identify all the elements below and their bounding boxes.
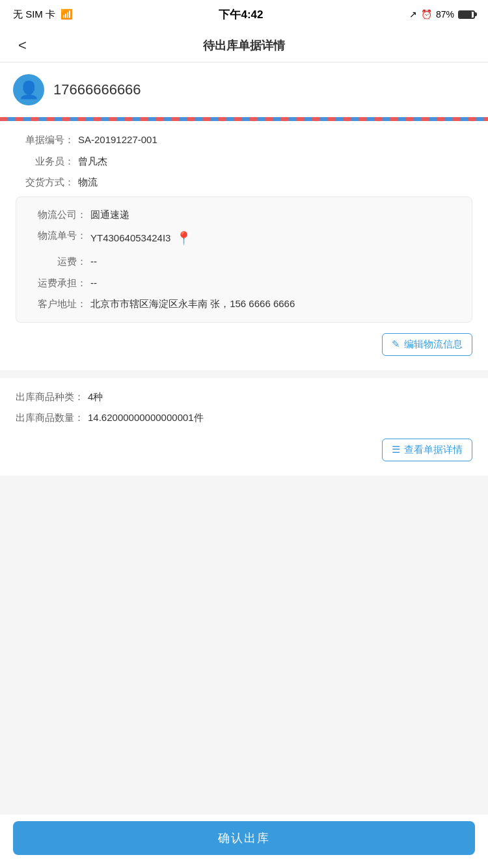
outbound-info-section: 出库商品种类： 4种 出库商品数量： 14.62000000000000001件… — [0, 378, 488, 476]
section-gap-2 — [0, 476, 488, 593]
edit-logistics-button[interactable]: ✎ 编辑物流信息 — [382, 333, 472, 356]
delivery-method-row: 交货方式： 物流 — [16, 175, 472, 190]
address-value: 北京市市辖区海淀区永丰南 张，156 6666 6666 — [90, 297, 460, 312]
delivery-method-label: 交货方式： — [16, 175, 74, 190]
avatar: 👤 — [13, 74, 44, 105]
outbound-type-row: 出库商品种类： 4种 — [16, 390, 472, 405]
edit-icon: ✎ — [392, 338, 400, 350]
tracking-number: YT43064053424I3 — [90, 231, 170, 246]
sales-person-value: 曾凡杰 — [78, 154, 472, 169]
status-bar: 无 SIM 卡 📶 下午4:42 ↗ ⏰ 87% — [0, 0, 488, 29]
freight-bear-value: -- — [90, 276, 460, 291]
view-detail-button[interactable]: ☰ 查看单据详情 — [382, 439, 472, 461]
address-row: 客户地址： 北京市市辖区海淀区永丰南 张，156 6666 6666 — [28, 297, 460, 312]
view-detail-label: 查看单据详情 — [404, 444, 463, 456]
location-status-icon: ↗ — [409, 9, 417, 20]
status-right: ↗ ⏰ 87% — [409, 9, 475, 20]
battery-fill — [459, 12, 472, 18]
view-detail-icon: ☰ — [392, 444, 400, 455]
freight-bear-row: 运费承担： -- — [28, 276, 460, 291]
outbound-quantity-label: 出库商品数量： — [16, 411, 84, 426]
delivery-method-value: 物流 — [78, 175, 472, 190]
tracking-label: 物流单号： — [28, 228, 87, 243]
freight-bear-label: 运费承担： — [28, 276, 87, 291]
tracking-value-row: YT43064053424I3 📍 — [90, 228, 460, 248]
logistics-company-label: 物流公司： — [28, 208, 87, 223]
battery-icon — [458, 10, 475, 19]
outbound-quantity-value: 14.62000000000000001件 — [88, 411, 472, 426]
page-wrapper: 无 SIM 卡 📶 下午4:42 ↗ ⏰ 87% < 待出库单据详情 👤 176… — [0, 0, 488, 868]
outbound-type-label: 出库商品种类： — [16, 390, 84, 405]
nav-bar: < 待出库单据详情 — [0, 29, 488, 62]
freight-row: 运费： -- — [28, 254, 460, 269]
outbound-type-value: 4种 — [88, 390, 472, 405]
tracking-row: 物流单号： YT43064053424I3 📍 — [28, 228, 460, 248]
confirm-outbound-button[interactable]: 确认出库 — [13, 821, 475, 855]
view-btn-row: ☰ 查看单据详情 — [16, 432, 472, 464]
section-gap-1 — [0, 370, 488, 378]
customer-phone: 17666666666 — [53, 81, 141, 98]
page-title: 待出库单据详情 — [203, 38, 285, 53]
doc-number-label: 单据编号： — [16, 133, 74, 148]
alarm-icon: ⏰ — [421, 9, 432, 20]
customer-header: 👤 17666666666 — [0, 62, 488, 117]
freight-value: -- — [90, 254, 460, 269]
status-time: 下午4:42 — [219, 7, 263, 22]
carrier-label: 无 SIM 卡 — [13, 8, 55, 21]
doc-info-section: 单据编号： SA-20191227-001 业务员： 曾凡杰 交货方式： 物流 … — [0, 121, 488, 370]
logistics-company-row: 物流公司： 圆通速递 — [28, 208, 460, 223]
battery-percent: 87% — [436, 9, 454, 20]
avatar-icon: 👤 — [18, 80, 39, 100]
status-left: 无 SIM 卡 📶 — [13, 8, 73, 21]
edit-btn-row: ✎ 编辑物流信息 — [16, 327, 472, 359]
wifi-icon: 📶 — [61, 8, 73, 20]
edit-logistics-label: 编辑物流信息 — [404, 338, 463, 351]
logistics-company-value: 圆通速递 — [90, 208, 460, 223]
back-button[interactable]: < — [13, 32, 32, 59]
confirm-btn-bar: 确认出库 — [0, 815, 488, 868]
logistics-card: 物流公司： 圆通速递 物流单号： YT43064053424I3 📍 运费： -… — [16, 197, 472, 323]
main-content: 👤 17666666666 单据编号： SA-20191227-001 业务员：… — [0, 62, 488, 868]
doc-number-row: 单据编号： SA-20191227-001 — [16, 133, 472, 148]
doc-number-value: SA-20191227-001 — [78, 133, 472, 148]
address-label: 客户地址： — [28, 297, 87, 312]
freight-label: 运费： — [28, 254, 87, 269]
sales-person-label: 业务员： — [16, 154, 74, 169]
outbound-quantity-row: 出库商品数量： 14.62000000000000001件 — [16, 411, 472, 426]
tracking-location-icon[interactable]: 📍 — [176, 228, 192, 248]
sales-person-row: 业务员： 曾凡杰 — [16, 154, 472, 169]
